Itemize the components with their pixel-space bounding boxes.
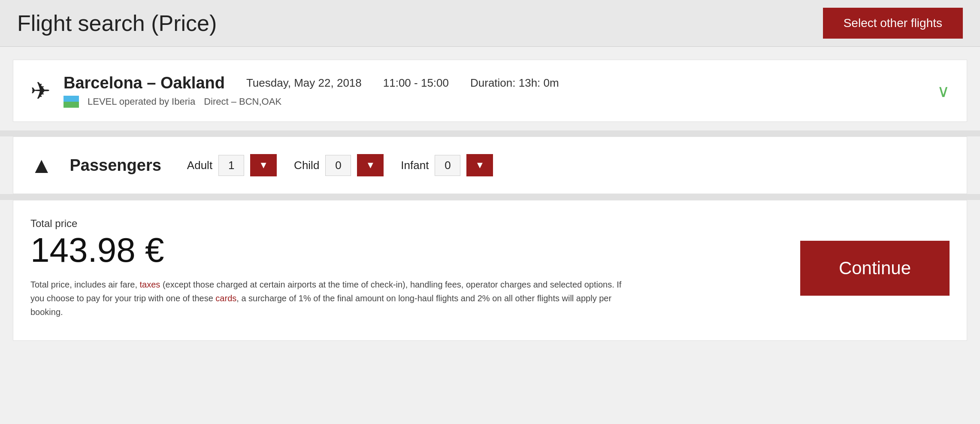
divider-2 xyxy=(0,194,980,200)
flight-route-row: Barcelona – Oakland Tuesday, May 22, 201… xyxy=(64,74,559,92)
adult-label: Adult xyxy=(187,159,212,172)
plane-icon: ✈ xyxy=(30,79,51,103)
continue-button[interactable]: Continue xyxy=(800,241,950,296)
infant-value: 0 xyxy=(435,155,460,176)
price-amount: 143.98 € xyxy=(30,233,783,267)
airline-name: LEVEL operated by Iberia xyxy=(88,96,195,107)
infant-dropdown-button[interactable]: ▼ xyxy=(466,154,493,176)
passengers-label: Passengers xyxy=(70,156,161,175)
adult-group: Adult 1 ▼ xyxy=(187,154,277,176)
price-card: Total price 143.98 € Total price, includ… xyxy=(13,200,967,341)
divider-1 xyxy=(0,130,980,136)
infant-group: Infant 0 ▼ xyxy=(401,154,493,176)
child-dropdown-button[interactable]: ▼ xyxy=(357,154,384,176)
adult-chevron-icon: ▼ xyxy=(259,160,268,171)
child-group: Child 0 ▼ xyxy=(294,154,384,176)
flight-stops: Direct – BCN,OAK xyxy=(204,96,281,107)
airline-badge xyxy=(64,96,79,108)
flight-route: Barcelona – Oakland xyxy=(64,74,225,92)
passengers-card: ▲ Passengers Adult 1 ▼ Child 0 ▼ Infant … xyxy=(13,136,967,194)
page-header: Flight search (Price) Select other fligh… xyxy=(0,0,980,47)
flight-duration: Duration: 13h: 0m xyxy=(470,76,559,90)
adult-value: 1 xyxy=(218,155,244,176)
flight-card: ✈ Barcelona – Oakland Tuesday, May 22, 2… xyxy=(13,60,967,122)
flight-date: Tuesday, May 22, 2018 xyxy=(246,76,362,90)
child-label: Child xyxy=(294,159,319,172)
flight-info-main: Barcelona – Oakland Tuesday, May 22, 201… xyxy=(64,74,559,108)
infant-chevron-icon: ▼ xyxy=(475,160,485,171)
passenger-icon: ▲ xyxy=(30,152,52,178)
child-value: 0 xyxy=(325,155,351,176)
expand-chevron-icon[interactable]: ∨ xyxy=(937,81,950,101)
adult-dropdown-button[interactable]: ▼ xyxy=(250,154,277,176)
child-chevron-icon: ▼ xyxy=(366,160,375,171)
cards-link[interactable]: cards xyxy=(215,294,236,303)
page-title: Flight search (Price) xyxy=(17,10,217,36)
price-note: Total price, includes air fare, taxes (e… xyxy=(30,278,631,319)
flight-info-left: ✈ Barcelona – Oakland Tuesday, May 22, 2… xyxy=(30,74,559,108)
flight-sub-row: LEVEL operated by Iberia Direct – BCN,OA… xyxy=(64,96,559,108)
infant-label: Infant xyxy=(401,159,429,172)
taxes-link[interactable]: taxes xyxy=(140,280,160,289)
price-info: Total price 143.98 € Total price, includ… xyxy=(30,218,783,319)
select-other-button[interactable]: Select other flights xyxy=(823,8,963,39)
price-note-part1: Total price, includes air fare, xyxy=(30,280,140,289)
flight-time: 11:00 - 15:00 xyxy=(383,76,449,90)
total-label: Total price xyxy=(30,218,783,230)
